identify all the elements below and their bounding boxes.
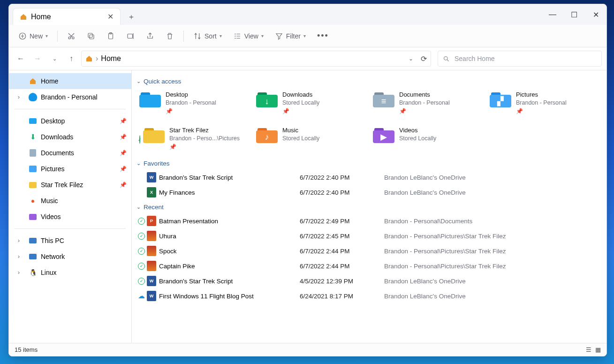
file-name: Brandon's Star Trek Script bbox=[159, 278, 300, 285]
pin-icon: 📌 bbox=[516, 107, 567, 115]
file-date: 6/7/2022 2:49 PM bbox=[300, 218, 384, 225]
quick-access-documents[interactable]: ≡DocumentsBrandon - Personal📌 bbox=[371, 88, 484, 121]
breadcrumb-bar[interactable]: › Home ⌄ ⟳ bbox=[81, 51, 431, 67]
new-tab-button[interactable]: ＋ bbox=[123, 9, 139, 25]
nav-sidebar: Home›Brandon - Personal Desktop📌⬇Downloa… bbox=[9, 70, 132, 343]
file-location: Brandon - Personal\Documents bbox=[384, 218, 601, 225]
network-icon bbox=[29, 252, 37, 261]
desktop-blue-icon bbox=[29, 117, 37, 125]
sidebar-item-star-trek-filez[interactable]: Star Trek Filez📌 bbox=[9, 177, 131, 193]
share-icon bbox=[146, 32, 154, 40]
pin-icon: 📌 bbox=[120, 182, 127, 188]
search-icon bbox=[443, 55, 450, 62]
file-row[interactable]: Captain Pike6/7/2022 2:44 PMBrandon - Pe… bbox=[137, 258, 601, 273]
pic-sky-icon bbox=[29, 165, 37, 173]
cut-icon bbox=[67, 32, 76, 40]
delete-button[interactable] bbox=[161, 28, 179, 44]
toolbar: New▾ Sort▾ View▾ Filter▾ ••• bbox=[9, 25, 606, 47]
sidebar-item-pictures[interactable]: Pictures📌 bbox=[9, 161, 131, 177]
quick-access-desktop[interactable]: DesktopBrandon - Personal📌 bbox=[137, 88, 250, 121]
file-row[interactable]: ☁WFirst Windows 11 Flight Blog Post6/24/… bbox=[137, 288, 601, 303]
download-green-icon: ⬇ bbox=[29, 133, 37, 141]
file-date: 6/24/2021 8:17 PM bbox=[300, 293, 384, 300]
section-quick-access[interactable]: ⌄Quick access bbox=[136, 78, 601, 85]
item-location: Stored Locally bbox=[399, 135, 436, 143]
sidebar-item-linux[interactable]: ›🐧Linux bbox=[9, 265, 131, 281]
more-button[interactable]: ••• bbox=[312, 28, 334, 44]
new-button[interactable]: New▾ bbox=[14, 28, 53, 44]
expand-icon[interactable]: › bbox=[15, 94, 22, 100]
sidebar-item-home[interactable]: Home bbox=[9, 73, 131, 89]
sidebar-item-brandon-personal[interactable]: ›Brandon - Personal bbox=[9, 89, 131, 105]
rename-button[interactable] bbox=[121, 28, 139, 44]
pin-icon: 📌 bbox=[282, 107, 319, 115]
svg-rect-7 bbox=[128, 34, 133, 38]
quick-access-pictures[interactable]: ▞PicturesBrandon - Personal📌 bbox=[488, 88, 601, 121]
file-row[interactable]: XMy Finances6/7/2022 2:40 PMBrandon LeBl… bbox=[137, 185, 601, 200]
sync-status-icon bbox=[138, 233, 145, 240]
tab-home[interactable]: Home ✕ bbox=[13, 8, 121, 25]
breadcrumb-dropdown-button[interactable]: ⌄ bbox=[409, 55, 413, 62]
view-button[interactable]: View▾ bbox=[228, 28, 268, 44]
maximize-button[interactable]: ☐ bbox=[563, 4, 585, 25]
copy-button[interactable] bbox=[82, 28, 100, 44]
pin-icon: 📌 bbox=[120, 134, 127, 140]
file-location: Brandon LeBlanc's OneDrive bbox=[384, 293, 601, 300]
sidebar-item-network[interactable]: ›Network bbox=[9, 249, 131, 265]
sidebar-item-label: Home bbox=[41, 77, 58, 85]
file-row[interactable]: Spock6/7/2022 2:44 PMBrandon - Personal\… bbox=[137, 243, 601, 258]
close-button[interactable]: ✕ bbox=[585, 4, 606, 25]
icons-view-button[interactable]: ▦ bbox=[595, 346, 601, 353]
sidebar-item-this-pc[interactable]: ›This PC bbox=[9, 233, 131, 249]
paste-button[interactable] bbox=[102, 28, 120, 44]
quick-access-downloads[interactable]: ↓DownloadsStored Locally📌 bbox=[254, 88, 367, 121]
sidebar-item-downloads[interactable]: ⬇Downloads📌 bbox=[9, 129, 131, 145]
share-button[interactable] bbox=[141, 28, 159, 44]
pin-icon: 📌 bbox=[120, 150, 127, 156]
home-icon bbox=[85, 55, 93, 62]
sidebar-item-videos[interactable]: Videos bbox=[9, 209, 131, 225]
pin-icon: 📌 bbox=[120, 118, 127, 124]
sync-status-icon bbox=[138, 248, 145, 255]
quick-access-music[interactable]: ♪MusicStored Locally bbox=[254, 123, 367, 156]
refresh-button[interactable]: ⟳ bbox=[421, 54, 427, 63]
file-name: My Finances bbox=[159, 189, 300, 196]
recent-locations-button[interactable]: ⌄ bbox=[47, 52, 61, 66]
file-row[interactable]: Uhura6/7/2022 2:45 PMBrandon - Personal\… bbox=[137, 228, 601, 243]
sort-icon bbox=[193, 32, 202, 40]
section-recent[interactable]: ⌄Recent bbox=[136, 204, 601, 211]
sidebar-item-music[interactable]: ●Music bbox=[9, 193, 131, 209]
quick-access-videos[interactable]: ▶VideosStored Locally bbox=[371, 123, 484, 156]
sort-button[interactable]: Sort▾ bbox=[189, 28, 227, 44]
expand-icon[interactable]: › bbox=[15, 253, 22, 260]
expand-icon[interactable]: › bbox=[15, 237, 22, 244]
sidebar-item-documents[interactable]: Documents📌 bbox=[9, 145, 131, 161]
section-favorites[interactable]: ⌄Favorites bbox=[136, 160, 601, 167]
sidebar-item-desktop[interactable]: Desktop📌 bbox=[9, 113, 131, 129]
expand-icon[interactable]: › bbox=[15, 269, 22, 276]
file-row[interactable]: WBrandon's Star Trek Script6/7/2022 2:40… bbox=[137, 170, 601, 185]
folder-yellow-icon bbox=[29, 181, 37, 189]
search-input[interactable] bbox=[454, 54, 597, 63]
item-location: Stored Locally bbox=[282, 99, 319, 107]
cut-button[interactable] bbox=[62, 28, 80, 44]
tab-close-button[interactable]: ✕ bbox=[107, 12, 114, 21]
filter-button[interactable]: Filter▾ bbox=[270, 28, 311, 44]
file-row[interactable]: WBrandon's Star Trek Script4/5/2022 12:3… bbox=[137, 273, 601, 288]
search-box[interactable] bbox=[438, 51, 602, 67]
rename-icon bbox=[126, 32, 135, 40]
file-row[interactable]: PBatman Presentation6/7/2022 2:49 PMBran… bbox=[137, 213, 601, 228]
image-icon bbox=[147, 231, 156, 241]
copy-icon bbox=[87, 32, 95, 40]
forward-button[interactable]: → bbox=[30, 52, 45, 66]
view-icon bbox=[233, 32, 242, 40]
details-view-button[interactable]: ☰ bbox=[586, 346, 591, 353]
folder-icon: ≡ bbox=[373, 91, 394, 107]
up-button[interactable]: ↑ bbox=[64, 52, 78, 66]
quick-access-star-trek-filez[interactable]: Star Trek FilezBrandon - Perso...\Pictur… bbox=[137, 123, 250, 156]
onedrive-icon bbox=[29, 93, 37, 101]
item-location: Brandon - Personal bbox=[399, 99, 450, 107]
file-location: Brandon - Personal\Pictures\Star Trek Fi… bbox=[384, 263, 601, 270]
minimize-button[interactable]: — bbox=[542, 4, 563, 25]
back-button[interactable]: ← bbox=[14, 52, 28, 66]
